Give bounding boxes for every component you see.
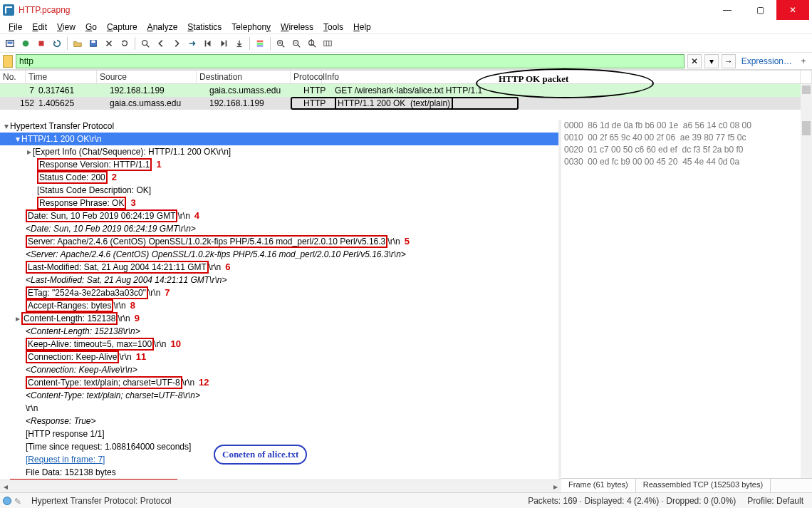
detail-expert[interactable]: ▸[Expert Info (Chat/Sequence): HTTP/1.1 … — [0, 145, 558, 158]
detail-etag[interactable]: ETag: "2524a-3e22aba3a03c0"\r\n7 — [0, 286, 558, 299]
col-header-protocol[interactable]: Protocol — [291, 71, 322, 83]
expert-info-icon[interactable] — [3, 497, 11, 505]
detail-statusline[interactable]: ▾HTTP/1.1 200 OK\r\n — [0, 133, 558, 145]
detail-accept[interactable]: Accept-Ranges: bytes\r\n8 — [0, 299, 558, 312]
packet-row[interactable]: 152 1.405625 gaia.cs.umass.edu 192.168.1… — [0, 97, 812, 110]
tb-next-icon[interactable] — [170, 36, 184, 51]
detail-lastmod[interactable]: Last-Modified: Sat, 21 Aug 2004 14:21:11… — [0, 261, 558, 274]
tb-save-icon[interactable] — [86, 36, 100, 51]
menu-analyze[interactable]: Analyze — [143, 21, 182, 33]
hex-tab-reassembled[interactable]: Reassembled TCP (152503 bytes) — [636, 479, 771, 492]
display-filter-input[interactable] — [16, 54, 685, 68]
filter-clear-button[interactable]: ✕ — [687, 54, 702, 68]
detail-keepalive[interactable]: Keep-Alive: timeout=5, max=100\r\n10 — [0, 338, 558, 351]
svg-rect-14 — [257, 43, 264, 45]
close-button[interactable]: ✕ — [776, 0, 809, 20]
status-profile[interactable]: Profile: Default — [741, 496, 809, 506]
tb-find-icon[interactable] — [138, 36, 152, 51]
menu-view[interactable]: View — [53, 21, 80, 33]
capture-file-icon[interactable]: ✎ — [14, 497, 23, 505]
filter-add-button[interactable]: + — [798, 56, 809, 66]
detail-file-data[interactable]: File Data: 152138 bytes — [0, 466, 558, 479]
tb-zoom-in-icon[interactable] — [274, 36, 288, 51]
col-header-time[interactable]: Time — [26, 71, 97, 83]
annotation-callout: Coneten of alice.txt — [214, 445, 307, 465]
detail-status-code[interactable]: Status Code: 2002 — [0, 171, 558, 184]
expression-button[interactable]: Expression… — [739, 56, 795, 66]
hsb-left-icon[interactable]: ◂ — [0, 481, 11, 492]
detail-server-sub[interactable]: <Server: Apache/2.4.6 (CentOS) OpenSSL/1… — [0, 248, 558, 261]
detail-lastmod-sub[interactable]: <Last-Modified: Sat, 21 Aug 2004 14:21:1… — [0, 274, 558, 286]
filter-apply-button[interactable]: → — [722, 54, 736, 68]
menu-wireless[interactable]: Wireless — [276, 21, 318, 33]
detail-clen-sub[interactable]: <Content-Length: 152138\r\n> — [0, 325, 558, 338]
detail-ctype[interactable]: Content-Type: text/plain; charset=UTF-8\… — [0, 376, 558, 389]
tb-resize-cols-icon[interactable] — [321, 36, 335, 51]
col-header-no[interactable]: No. — [0, 71, 26, 83]
tb-zoom-reset-icon[interactable]: 1 — [305, 36, 319, 51]
filter-dropdown-button[interactable]: ▾ — [704, 54, 719, 68]
menu-tools[interactable]: Tools — [319, 21, 348, 33]
detail-clen[interactable]: ▸Content-Length: 152138\r\n9 — [0, 312, 558, 325]
detail-date-sub[interactable]: <Date: Sun, 10 Feb 2019 06:24:19 GMT\r\n… — [0, 222, 558, 235]
packet-row[interactable]: 7 0.317461 192.168.1.199 gaia.cs.umass.e… — [0, 84, 812, 97]
tb-zoom-out-icon[interactable] — [289, 36, 303, 51]
status-bar: ✎ Hypertext Transfer Protocol: Protocol … — [0, 492, 812, 508]
tb-autoscroll-icon[interactable] — [232, 36, 246, 51]
detail-connection[interactable]: Connection: Keep-Alive\r\n11 — [0, 351, 558, 363]
detail-resp-true[interactable]: <Response: True> — [0, 415, 558, 427]
maximize-button[interactable]: ▢ — [744, 0, 776, 20]
menu-statistics[interactable]: Statistics — [183, 21, 226, 33]
col-header-source[interactable]: Source — [97, 71, 197, 83]
hex-line: 0030 00 ed fc b9 00 00 45 20 45 4e 44 0d… — [561, 156, 812, 168]
svg-rect-26 — [324, 41, 332, 46]
menu-bar: File Edit View Go Capture Analyze Statis… — [0, 20, 812, 34]
detail-connection-sub[interactable]: <Connection: Keep-Alive\r\n> — [0, 363, 558, 376]
packet-details-pane[interactable]: ▾Hypertext Transfer Protocol ▾HTTP/1.1 2… — [0, 120, 561, 493]
bookmark-icon[interactable] — [3, 55, 13, 68]
hsb-right-icon[interactable]: ▸ — [550, 481, 561, 492]
tb-restart-capture-icon[interactable] — [50, 36, 64, 51]
detail-resp-version[interactable]: Response Version: HTTP/1.11 — [0, 158, 558, 171]
tb-first-icon[interactable] — [201, 36, 215, 51]
details-hscrollbar[interactable]: ◂ ▸ — [0, 480, 561, 492]
detail-server[interactable]: Server: Apache/2.4.6 (CentOS) OpenSSL/1.… — [0, 235, 558, 248]
window-title: HTTP.pcapng — [19, 5, 711, 15]
menu-help[interactable]: Help — [349, 21, 375, 33]
hex-line: 0010 00 2f 65 9c 40 00 2f 06 ae 39 80 77… — [561, 132, 812, 144]
detail-root[interactable]: ▾Hypertext Transfer Protocol — [0, 120, 558, 133]
tb-interfaces-icon[interactable] — [3, 36, 17, 51]
tb-reload-icon[interactable] — [118, 36, 132, 51]
menu-telephony[interactable]: Telephony — [227, 21, 275, 33]
svg-rect-3 — [39, 41, 44, 46]
minimize-button[interactable]: — — [711, 0, 744, 20]
hex-tab-frame[interactable]: Frame (61 bytes) — [561, 479, 636, 492]
tb-prev-icon[interactable] — [154, 36, 168, 51]
menu-file[interactable]: File — [4, 21, 26, 33]
menu-go[interactable]: Go — [81, 21, 101, 33]
tb-last-icon[interactable] — [217, 36, 231, 51]
detail-resp-phrase[interactable]: Response Phrase: OK3 — [0, 197, 558, 209]
tb-open-icon[interactable] — [71, 36, 85, 51]
tb-stop-capture-icon[interactable] — [34, 36, 48, 51]
col-header-destination[interactable]: Destination — [197, 71, 291, 83]
tb-start-capture-icon[interactable] — [19, 36, 33, 51]
tb-close-icon[interactable] — [102, 36, 116, 51]
cell-destination: 192.168.1.199 — [209, 98, 303, 108]
menu-capture[interactable]: Capture — [103, 21, 142, 33]
tb-colorize-icon[interactable] — [253, 36, 267, 51]
tb-goto-icon[interactable] — [185, 36, 199, 51]
hex-scrollbar[interactable] — [801, 120, 812, 493]
detail-http-resp[interactable]: [HTTP response 1/1] — [0, 427, 558, 440]
detail-blank[interactable]: \r\n — [0, 402, 558, 415]
menu-edit[interactable]: Edit — [28, 21, 51, 33]
packet-list[interactable]: 7 0.317461 192.168.1.199 gaia.cs.umass.e… — [0, 84, 812, 120]
packetlist-scrollbar[interactable] — [801, 84, 812, 120]
svg-line-17 — [282, 44, 285, 47]
detail-ctype-sub[interactable]: <Content-Type: text/plain; charset=UTF-8… — [0, 389, 558, 402]
status-left: Hypertext Transfer Protocol: Protocol — [26, 496, 177, 506]
detail-status-desc[interactable]: [Status Code Description: OK] — [0, 184, 558, 197]
detail-date[interactable]: Date: Sun, 10 Feb 2019 06:24:19 GMT\r\n4 — [0, 209, 558, 222]
filter-bar: ✕ ▾ → Expression… + — [0, 53, 812, 70]
hex-pane[interactable]: 0000 86 1d de 0a fb b6 00 1e a6 56 14 c0… — [561, 120, 812, 493]
